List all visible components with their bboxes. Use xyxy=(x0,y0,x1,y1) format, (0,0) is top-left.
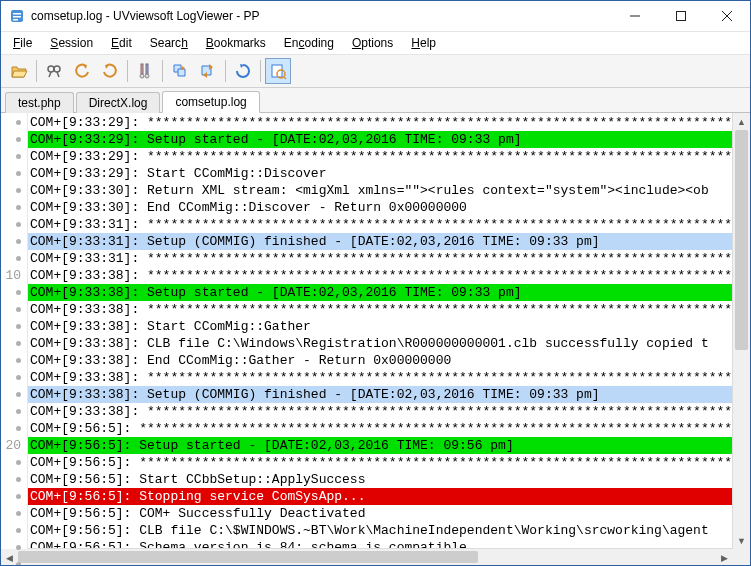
svg-point-8 xyxy=(48,66,54,72)
log-line[interactable]: COM+[9:33:29]: *************************… xyxy=(28,114,750,131)
reload-button[interactable] xyxy=(167,58,193,84)
log-line[interactable]: COM+[9:33:29]: *************************… xyxy=(28,148,750,165)
menubar: File Session Edit Search Bookmarks Encod… xyxy=(1,32,750,55)
log-line[interactable]: COM+[9:33:38]: Setup (COMMIG) finished -… xyxy=(28,386,750,403)
menu-edit[interactable]: Edit xyxy=(103,34,140,52)
menu-search[interactable]: Search xyxy=(142,34,196,52)
svg-point-9 xyxy=(54,66,60,72)
menu-bookmarks[interactable]: Bookmarks xyxy=(198,34,274,52)
menu-encoding[interactable]: Encoding xyxy=(276,34,342,52)
toolbar-separator xyxy=(127,60,128,82)
log-line[interactable]: COM+[9:33:38]: End CComMig::Gather - Ret… xyxy=(28,352,750,369)
editor-area: 1020 COM+[9:33:29]: ********************… xyxy=(1,113,750,565)
svg-line-18 xyxy=(284,77,286,79)
toolbar-separator xyxy=(162,60,163,82)
scroll-up-arrow[interactable]: ▲ xyxy=(733,113,750,130)
tab-directx-log[interactable]: DirectX.log xyxy=(76,92,161,113)
svg-point-14 xyxy=(140,74,144,78)
log-line[interactable]: COM+[9:33:38]: CLB file C:\Windows\Regis… xyxy=(28,335,750,352)
app-window: comsetup.log - UVviewsoft LogViewer - PP… xyxy=(0,0,751,566)
vertical-scroll-thumb[interactable] xyxy=(735,130,748,350)
vertical-scrollbar[interactable]: ▲ ▼ xyxy=(732,113,750,549)
svg-rect-12 xyxy=(141,64,143,74)
menu-file[interactable]: File xyxy=(5,34,40,52)
tab-comsetup-log[interactable]: comsetup.log xyxy=(162,91,259,113)
titlebar: comsetup.log - UVviewsoft LogViewer - PP xyxy=(1,1,750,32)
open-button[interactable] xyxy=(6,58,32,84)
svg-rect-1 xyxy=(13,13,21,15)
log-line[interactable]: COM+[9:33:31]: Setup (COMMIG) finished -… xyxy=(28,233,750,250)
highlight-toggle-button[interactable] xyxy=(265,58,291,84)
close-button[interactable] xyxy=(704,1,750,31)
toolbar xyxy=(1,55,750,88)
toolbar-separator xyxy=(260,60,261,82)
toolbar-separator xyxy=(36,60,37,82)
scroll-right-arrow[interactable]: ▶ xyxy=(716,549,733,565)
log-line[interactable]: COM+[9:33:30]: End CComMig::Discover - R… xyxy=(28,199,750,216)
menu-session[interactable]: Session xyxy=(42,34,101,52)
menu-help[interactable]: Help xyxy=(403,34,444,52)
log-line[interactable]: COM+[9:33:38]: Start CComMig::Gather xyxy=(28,318,750,335)
settings-button[interactable] xyxy=(132,58,158,84)
horizontal-scroll-thumb[interactable] xyxy=(18,551,478,563)
horizontal-scrollbar[interactable]: ◀ ▶ xyxy=(1,548,733,565)
svg-rect-3 xyxy=(13,19,18,21)
scroll-left-arrow[interactable]: ◀ xyxy=(1,549,18,565)
refresh-button[interactable] xyxy=(230,58,256,84)
log-line[interactable]: COM+[9:33:30]: Return XML stream: <migXm… xyxy=(28,182,750,199)
log-line[interactable]: COM+[9:33:31]: *************************… xyxy=(28,250,750,267)
svg-point-15 xyxy=(145,74,149,78)
svg-rect-5 xyxy=(677,12,686,21)
window-controls xyxy=(612,1,750,31)
tab-test-php[interactable]: test.php xyxy=(5,92,74,113)
scrollbar-corner xyxy=(733,549,750,565)
window-title: comsetup.log - UVviewsoft LogViewer - PP xyxy=(31,9,612,23)
reload-all-button[interactable] xyxy=(195,58,221,84)
log-line[interactable]: COM+[9:56:5]: **************************… xyxy=(28,454,750,471)
log-line[interactable]: COM+[9:33:38]: *************************… xyxy=(28,267,750,284)
log-line[interactable]: COM+[9:56:5]: Stopping service ComSysApp… xyxy=(28,488,750,505)
log-line[interactable]: COM+[9:33:38]: Setup started - [DATE:02,… xyxy=(28,284,750,301)
scroll-down-arrow[interactable]: ▼ xyxy=(733,532,750,549)
svg-rect-2 xyxy=(13,16,21,18)
find-prev-button[interactable] xyxy=(69,58,95,84)
log-line[interactable]: COM+[9:33:38]: *************************… xyxy=(28,369,750,386)
log-line[interactable]: COM+[9:56:5]: CLB file C:\$WINDOWS.~BT\W… xyxy=(28,522,750,539)
editor-content[interactable]: COM+[9:33:29]: *************************… xyxy=(1,113,750,565)
log-line[interactable]: COM+[9:56:5]: Setup started - [DATE:02,0… xyxy=(28,437,750,454)
maximize-button[interactable] xyxy=(658,1,704,31)
app-icon xyxy=(9,8,25,24)
log-line[interactable]: COM+[9:33:29]: Start CComMig::Discover xyxy=(28,165,750,182)
svg-rect-13 xyxy=(146,64,148,74)
minimize-button[interactable] xyxy=(612,1,658,31)
toolbar-separator xyxy=(225,60,226,82)
svg-line-10 xyxy=(49,72,51,77)
menu-options[interactable]: Options xyxy=(344,34,401,52)
find-next-button[interactable] xyxy=(97,58,123,84)
log-line[interactable]: COM+[9:56:5]: **************************… xyxy=(28,420,750,437)
tabbar: test.php DirectX.log comsetup.log xyxy=(1,88,750,113)
log-line[interactable]: COM+[9:33:31]: *************************… xyxy=(28,216,750,233)
log-line[interactable]: COM+[9:56:5]: Start CCbbSetup::ApplySucc… xyxy=(28,471,750,488)
log-line[interactable]: COM+[9:33:38]: *************************… xyxy=(28,301,750,318)
svg-line-11 xyxy=(57,72,59,77)
log-line[interactable]: COM+[9:33:38]: *************************… xyxy=(28,403,750,420)
find-button[interactable] xyxy=(41,58,67,84)
log-line[interactable]: COM+[9:56:5]: COM+ Successfully Deactiva… xyxy=(28,505,750,522)
log-line[interactable]: COM+[9:33:29]: Setup started - [DATE:02,… xyxy=(28,131,750,148)
